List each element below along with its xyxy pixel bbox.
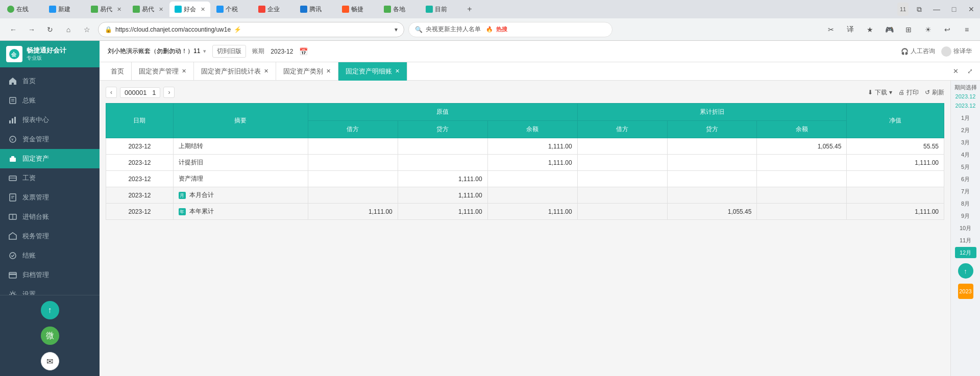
restore-btn[interactable]: ⧉ (913, 3, 926, 16)
minimize-btn[interactable]: — (930, 3, 943, 16)
sidebar-item-closing[interactable]: 结账 (0, 246, 100, 265)
period-start-date: 2023.12 (955, 93, 976, 99)
cell-date-1: 2023-12 (106, 138, 174, 155)
table-row: 2023-12 年 本年累计 1,111.00 1,111.00 1,111.0… (106, 204, 944, 220)
tab-count-badge[interactable]: 11 (897, 3, 909, 16)
browser-tab-yidai1[interactable]: 易代 ✕ (86, 2, 127, 17)
browser-tab-new[interactable]: 新建 (44, 2, 85, 17)
browser-tab-changjie[interactable]: 畅捷 (337, 2, 378, 17)
sidebar-item-inventory[interactable]: 进销台账 (0, 207, 100, 227)
back-button[interactable]: ← (6, 22, 20, 37)
switch-version-button[interactable]: 切到旧版 (212, 45, 246, 58)
tab-asset-detail-close[interactable]: ✕ (395, 68, 400, 74)
period-month-10[interactable]: 10月 (955, 222, 976, 234)
sidebar-item-home[interactable]: 首页 (0, 71, 100, 91)
sidebar-item-assets[interactable]: 固定资产 (0, 149, 100, 168)
tab-close-yidai1[interactable]: ✕ (117, 6, 121, 13)
year-badge[interactable]: 2023 (958, 284, 973, 299)
period-month-1[interactable]: 1月 (955, 112, 976, 123)
sidebar-item-invoice[interactable]: 发票管理 (0, 188, 100, 207)
period-month-7[interactable]: 7月 (955, 186, 976, 197)
sidebar-item-settings[interactable]: 设置 (0, 285, 100, 295)
prev-page-button[interactable]: ‹ (106, 87, 117, 98)
browser-tab-yidai2[interactable]: 易代 ✕ (128, 2, 168, 17)
game-icon[interactable]: 🎮 (882, 22, 896, 37)
new-tab-button[interactable]: + (462, 2, 477, 16)
maximize-btn[interactable]: □ (947, 3, 961, 16)
tab-fullscreen-icon[interactable]: ⤢ (964, 65, 976, 78)
download-button[interactable]: ⬇ 下载 ▾ (868, 88, 892, 97)
sidebar-logo: 会 (6, 46, 22, 62)
tab-asset-detail[interactable]: 固定资产明细账 ✕ (338, 62, 407, 81)
grid-icon[interactable]: ⊞ (901, 22, 916, 37)
period-month-3[interactable]: 3月 (955, 137, 976, 148)
browser-tab-mubiao[interactable]: 目前 (421, 2, 461, 17)
tab-asset-category-close[interactable]: ✕ (326, 68, 331, 74)
translate-icon[interactable]: 译 (843, 22, 857, 37)
period-month-9[interactable]: 9月 (955, 210, 976, 221)
next-page-button[interactable]: › (163, 87, 175, 98)
sidebar-item-payroll[interactable]: 工资 (0, 168, 100, 188)
close-btn[interactable]: ✕ (965, 3, 978, 16)
sidebar-item-funds[interactable]: ¥ 资金管理 (0, 130, 100, 149)
tab-asset-mgmt-close[interactable]: ✕ (182, 68, 186, 74)
undo-icon[interactable]: ↩ (940, 22, 954, 37)
period-month-8[interactable]: 8月 (955, 198, 976, 209)
browser-tab-tencent[interactable]: 腾讯 (295, 2, 336, 17)
tab-asset-mgmt-label: 固定资产管理 (139, 67, 179, 76)
scroll-to-top-button[interactable]: ↑ (958, 263, 973, 279)
tab-close-yidai2[interactable]: ✕ (159, 6, 163, 13)
period-month-4[interactable]: 4月 (955, 149, 976, 160)
refresh-button[interactable]: ↺ 刷新 (925, 88, 944, 97)
tab-home[interactable]: 首页 (104, 62, 132, 81)
sidebar-menu: 首页 总账 报表中心 ¥ 资金管理 (0, 67, 100, 295)
url-bar[interactable]: 🔒 https://cloud.chanjet.com/accounting/u… (98, 22, 404, 37)
top-bar-right: 🎧 人工咨询 徐译华 (901, 46, 972, 57)
address-bar: ← → ↻ ⌂ ☆ 🔒 https://cloud.chanjet.com/ac… (0, 18, 980, 41)
bookmark-button[interactable]: ☆ (80, 22, 94, 37)
tab-close-haohui[interactable]: ✕ (201, 6, 205, 13)
period-month-12[interactable]: 12月 (955, 247, 976, 258)
help-button[interactable]: 🎧 人工咨询 (901, 47, 935, 56)
company-selector[interactable]: 刘小艳演示账套（勿删勿动！）11 ▾ (108, 47, 206, 56)
mail-icon[interactable]: ✉ (41, 352, 59, 370)
period-month-5[interactable]: 5月 (955, 161, 976, 172)
browser-tab-gedi[interactable]: 各地 (379, 2, 420, 17)
sidebar-brand-name: 畅捷通好会计 (27, 46, 66, 55)
sidebar-item-tax[interactable]: 税务管理 (0, 227, 100, 246)
home-button[interactable]: ⌂ (61, 22, 76, 37)
tab-depreciation-stat[interactable]: 固定资产折旧统计表 ✕ (194, 62, 276, 81)
period-label: 账期 (252, 47, 264, 56)
reload-button[interactable]: ↻ (43, 22, 57, 37)
cell-net-value-5: 1,111.00 (847, 204, 944, 220)
print-button[interactable]: 🖨 打印 (898, 88, 919, 97)
calendar-icon[interactable]: 📅 (299, 47, 308, 56)
browser-tab-qiye[interactable]: 企业 (253, 2, 294, 17)
period-month-6[interactable]: 6月 (955, 173, 976, 185)
star-icon[interactable]: ★ (863, 22, 877, 37)
app-container: 会 畅捷通好会计 专业版 首页 总账 (0, 41, 980, 376)
scroll-top-button[interactable]: ↑ (41, 301, 59, 319)
forward-button[interactable]: → (24, 22, 39, 37)
user-button[interactable]: 徐译华 (941, 46, 972, 57)
url-dropdown[interactable]: ▾ (395, 26, 398, 33)
tab-asset-mgmt[interactable]: 固定资产管理 ✕ (132, 62, 194, 81)
period-month-11[interactable]: 11月 (955, 235, 976, 246)
period-month-2[interactable]: 2月 (955, 124, 976, 136)
browser-tab-haohui[interactable]: 好会 ✕ (169, 2, 210, 17)
tab-depreciation-stat-close[interactable]: ✕ (264, 68, 268, 74)
scissors-icon[interactable]: ✂ (824, 22, 838, 37)
sun-icon[interactable]: ☀ (921, 22, 935, 37)
hot-search-badge: 🔥 (486, 26, 493, 33)
sidebar-item-archive[interactable]: 归档管理 (0, 265, 100, 285)
sidebar-item-ledger[interactable]: 总账 (0, 91, 100, 110)
browser-tab-geshui[interactable]: 个税 (211, 2, 252, 17)
help-label: 人工咨询 (911, 47, 935, 56)
sidebar-item-reports[interactable]: 报表中心 (0, 110, 100, 130)
weibo-icon[interactable]: 微 (41, 327, 59, 345)
tab-close-all-icon[interactable]: ✕ (949, 65, 962, 78)
tab-asset-category[interactable]: 固定资产类别 ✕ (276, 62, 338, 81)
search-bar[interactable]: 🔍 央视更新主持人名单 🔥 热搜 (408, 22, 612, 37)
menu-icon[interactable]: ≡ (960, 22, 974, 37)
browser-tab-online[interactable]: 在线 (2, 2, 43, 17)
